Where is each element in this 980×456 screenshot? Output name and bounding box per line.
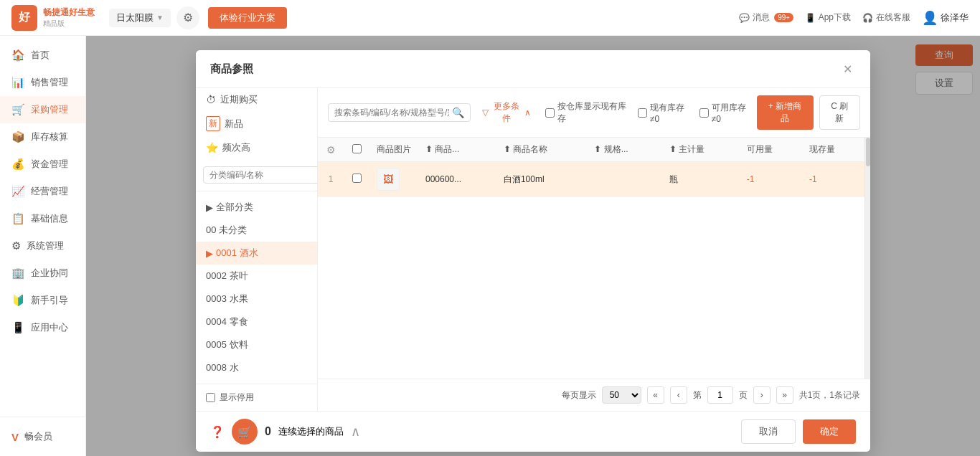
confirm-button[interactable]: 确定 <box>803 419 856 444</box>
th-image: 商品图片 <box>369 138 418 162</box>
cb-stock-ne0-label[interactable]: 现有库存≠0 <box>638 102 689 124</box>
product-search-input[interactable] <box>334 108 449 118</box>
sidebar-item-basic-info[interactable]: 📋 基础信息 <box>0 205 85 232</box>
brand-selector[interactable]: 日太阳膜 ▼ <box>109 9 171 27</box>
sidebar-item-apps[interactable]: 📱 应用中心 <box>0 314 85 341</box>
filter-icon: ▽ <box>482 108 489 118</box>
th-stock: 现存量 <box>802 138 864 162</box>
cat-tea[interactable]: 0002 茶叶 <box>196 265 317 288</box>
category-search-input[interactable] <box>203 166 318 184</box>
page-unit: 页 <box>739 389 748 402</box>
sidebar-bottom: V 畅会员 <box>0 417 85 456</box>
sidebar-item-finance[interactable]: 💰 资金管理 <box>0 151 85 178</box>
th-available: 可用量 <box>740 138 802 162</box>
sidebar-item-sales[interactable]: 📊 销售管理 <box>0 69 85 96</box>
finance-icon: 💰 <box>11 158 25 171</box>
last-page-button[interactable]: » <box>776 386 793 404</box>
sidebar-item-system[interactable]: ⚙ 系统管理 <box>0 232 85 260</box>
th-name-sort: ⬆ <box>504 144 511 154</box>
cat-all[interactable]: ▶ 全部分类 <box>196 196 317 219</box>
recent-icon: ⏱ <box>206 94 216 105</box>
prev-page-button[interactable]: ‹ <box>670 386 687 404</box>
brand-dropdown-arrow: ▼ <box>156 14 164 22</box>
user-profile[interactable]: 👤 徐泽华 <box>922 10 969 26</box>
cta-button[interactable]: 体验行业方案 <box>208 7 287 29</box>
new-product-icon: 新 <box>206 116 220 131</box>
sidebar-item-home[interactable]: 🏠 首页 <box>0 42 85 69</box>
td-available: -1 <box>740 162 802 197</box>
table-header-row: ⚙ 商品图片 <box>318 138 864 162</box>
modal-title: 商品参照 <box>210 62 253 76</box>
per-page-select[interactable]: 50 20 100 <box>602 386 641 404</box>
cat-liquor-arrow: ▶ <box>206 248 213 259</box>
modal-header: 商品参照 ✕ <box>196 50 870 88</box>
logo-area: 好 畅捷通好生意 精品版 <box>11 5 95 31</box>
sidebar-item-purchase[interactable]: 🛒 采购管理 <box>0 96 85 123</box>
row-checkbox[interactable] <box>352 174 362 183</box>
cat-snack[interactable]: 0004 零食 <box>196 310 317 333</box>
sidebar-item-business[interactable]: 📈 经营管理 <box>0 178 85 205</box>
sidebar-item-guide[interactable]: 🔰 新手引导 <box>0 287 85 314</box>
guide-icon: 🔰 <box>11 294 25 307</box>
vertical-scrollbar[interactable] <box>864 138 870 379</box>
td-checkbox <box>344 162 369 197</box>
td-stock: -1 <box>802 162 864 197</box>
cat-fruit[interactable]: 0003 水果 <box>196 288 317 310</box>
home-icon: 🏠 <box>11 49 25 62</box>
topbar-right: 💬 消息 99+ 📱 App下载 🎧 在线客服 👤 徐泽华 <box>739 10 969 26</box>
product-reference-modal: 商品参照 ✕ ⏱ 近期购买 新 新品 <box>196 50 870 452</box>
purchase-icon: 🛒 <box>11 103 25 116</box>
basic-info-icon: 📋 <box>11 212 25 225</box>
table-row[interactable]: 1 🖼 <box>318 162 864 197</box>
online-service-btn[interactable]: 🎧 在线客服 <box>862 11 910 24</box>
quick-high-freq[interactable]: ⭐ 频次高 <box>196 136 317 159</box>
app-download-btn[interactable]: 📱 App下载 <box>805 11 851 24</box>
cat-uncategorized[interactable]: 00 未分类 <box>196 219 317 242</box>
quick-new-product[interactable]: 新 新品 <box>196 111 317 136</box>
cat-all-arrow: ▶ <box>206 202 213 213</box>
toolbar-right: + 新增商品 C 刷新 <box>757 95 861 130</box>
sidebar-item-member[interactable]: V 畅会员 <box>0 423 85 450</box>
footer-buttons: 取消 确定 <box>741 419 856 444</box>
select-all-checkbox[interactable] <box>352 144 362 153</box>
cat-beverage[interactable]: 0005 饮料 <box>196 333 317 356</box>
category-search: 🔍 « <box>196 159 317 191</box>
help-icon[interactable]: ❓ <box>210 425 225 439</box>
cancel-button[interactable]: 取消 <box>741 419 796 444</box>
notification-badge: 99+ <box>774 13 793 22</box>
show-disabled-checkbox[interactable] <box>206 393 215 402</box>
th-code-sort: ⬆ <box>425 144 433 154</box>
refresh-button[interactable]: C 刷新 <box>819 95 860 130</box>
cb-usable-ne0[interactable] <box>699 108 709 118</box>
cb-warehouse[interactable] <box>545 108 555 118</box>
filter-button[interactable]: ▽ 更多条件 ∧ <box>476 98 537 128</box>
cat-liquor[interactable]: ▶ 0001 酒水 <box>196 242 317 265</box>
collapse-footer-icon[interactable]: ∧ <box>351 424 360 440</box>
modal-close-button[interactable]: ✕ <box>839 60 856 77</box>
main-layout: 🏠 首页 📊 销售管理 🛒 采购管理 📦 库存核算 💰 资金管理 📈 经营管理 … <box>0 36 980 456</box>
table-scroll[interactable]: ⚙ 商品图片 <box>318 138 864 379</box>
th-spec-sort: ⬆ <box>594 144 601 154</box>
category-panel: ⏱ 近期购买 新 新品 ⭐ 频次高 <box>196 88 318 411</box>
scroll-thumb <box>866 138 870 166</box>
notification-btn[interactable]: 💬 消息 99+ <box>739 11 793 24</box>
show-disabled-label[interactable]: 显示停用 <box>220 391 254 404</box>
th-unit: ⬆ 主计量 <box>662 138 740 162</box>
content-area: 查询 设置 商品参照 ✕ ⏱ 近期购买 <box>86 36 980 456</box>
page-input[interactable] <box>707 386 733 404</box>
column-settings-icon[interactable]: ⚙ <box>326 144 336 156</box>
cart-button[interactable]: 🛒 <box>232 419 258 445</box>
product-search-icon[interactable]: 🔍 <box>452 107 464 118</box>
cb-usable-ne0-label[interactable]: 可用库存≠0 <box>699 102 751 124</box>
pagination: 每页显示 50 20 100 « ‹ 第 页 › <box>318 379 870 411</box>
sidebar-item-inventory[interactable]: 📦 库存核算 <box>0 123 85 151</box>
cb-warehouse-label[interactable]: 按仓库显示现有库存 <box>545 100 628 125</box>
first-page-button[interactable]: « <box>647 386 664 404</box>
next-page-button[interactable]: › <box>753 386 771 404</box>
cat-water[interactable]: 0008 水 <box>196 356 317 379</box>
add-product-button[interactable]: + 新增商品 <box>757 95 814 130</box>
quick-recent-purchase[interactable]: ⏱ 近期购买 <box>196 88 317 111</box>
cb-stock-ne0[interactable] <box>638 108 647 118</box>
settings-icon[interactable]: ⚙ <box>176 6 199 29</box>
sidebar-item-enterprise[interactable]: 🏢 企业协同 <box>0 260 85 287</box>
